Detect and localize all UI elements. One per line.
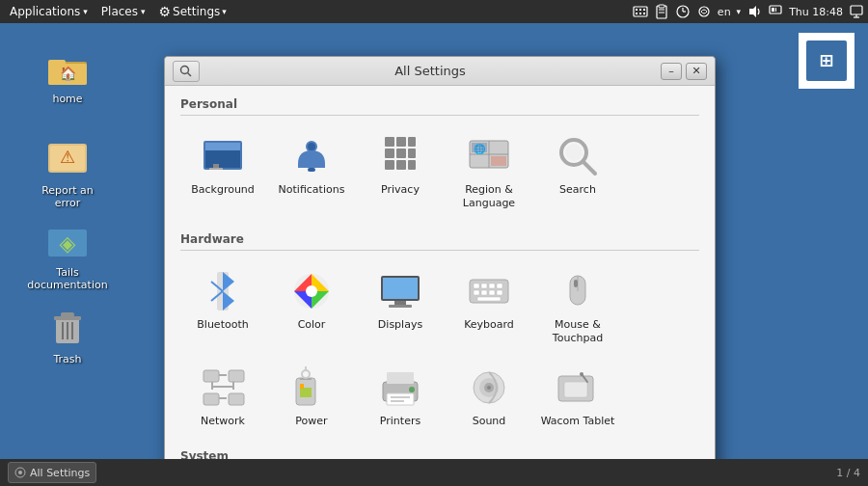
- svg-rect-44: [213, 164, 219, 168]
- settings-menu[interactable]: ⚙ Settings ▾: [153, 2, 232, 21]
- svg-rect-86: [481, 290, 487, 295]
- settings-item-search[interactable]: Search: [535, 125, 620, 219]
- svg-rect-6: [643, 13, 645, 14]
- svg-rect-82: [481, 284, 487, 288]
- svg-rect-2: [639, 9, 641, 11]
- desktop: ⊞ 🏠 home ⚠ Report an error: [0, 23, 868, 459]
- settings-item-power[interactable]: Power: [269, 357, 354, 436]
- settings-content: Personal Background: [165, 86, 715, 486]
- bottom-taskbar: All Settings 1 / 4: [0, 459, 868, 486]
- language-indicator[interactable]: en: [718, 6, 731, 18]
- svg-point-117: [487, 386, 491, 390]
- svg-rect-19: [851, 6, 862, 14]
- svg-rect-64: [491, 156, 506, 166]
- clipboard-icon[interactable]: [654, 4, 669, 19]
- svg-point-106: [302, 370, 310, 378]
- desktop-icon-home[interactable]: 🏠 home: [29, 42, 106, 105]
- power-icon[interactable]: [768, 4, 783, 19]
- settings-item-displays[interactable]: Displays: [358, 260, 443, 354]
- close-button[interactable]: ✕: [686, 63, 707, 80]
- settings-window: All Settings – ✕ Personal: [164, 56, 716, 486]
- keyboard-icon[interactable]: [633, 4, 648, 19]
- network-label: Network: [201, 415, 245, 428]
- network-settings-icon: [200, 364, 246, 411]
- settings-item-mouse-touchpad[interactable]: Mouse & Touchpad: [535, 260, 620, 354]
- window-titlebar: All Settings – ✕: [165, 57, 715, 86]
- minimize-button[interactable]: –: [661, 63, 682, 80]
- svg-rect-81: [474, 284, 479, 288]
- svg-rect-119: [564, 382, 587, 397]
- monitor-icon[interactable]: [849, 4, 864, 19]
- settings-chevron: ▾: [222, 7, 227, 16]
- mouse-touchpad-label: Mouse & Touchpad: [553, 318, 603, 346]
- settings-item-privacy[interactable]: Privacy: [358, 125, 443, 219]
- settings-item-sound[interactable]: Sound: [447, 357, 531, 436]
- network-icon[interactable]: [696, 4, 712, 19]
- svg-rect-109: [387, 372, 414, 384]
- settings-item-keyboard[interactable]: Keyboard: [447, 260, 531, 354]
- report-error-label: Report an error: [29, 184, 106, 209]
- svg-rect-78: [389, 305, 412, 308]
- search-label: Search: [559, 183, 596, 197]
- desktop-icon-tails-docs[interactable]: ◈ Tails documentation: [29, 216, 106, 291]
- svg-rect-96: [229, 393, 244, 405]
- desktop-icon-report-error[interactable]: ⚠ Report an error: [29, 134, 106, 209]
- search-button[interactable]: [173, 61, 200, 82]
- svg-rect-54: [408, 148, 416, 158]
- settings-item-notifications[interactable]: Notifications: [269, 125, 354, 219]
- svg-rect-56: [396, 160, 406, 170]
- search-icon: [555, 133, 601, 179]
- svg-rect-50: [396, 137, 406, 147]
- svg-rect-4: [636, 13, 637, 14]
- keyboard-label: Keyboard: [464, 318, 514, 332]
- svg-rect-17: [772, 8, 774, 12]
- taskbar-settings-label: All Settings: [30, 467, 90, 479]
- activity-icon[interactable]: [675, 4, 691, 19]
- settings-item-network[interactable]: Network: [180, 357, 265, 436]
- applications-chevron: ▾: [83, 7, 88, 16]
- bluetooth-label: Bluetooth: [197, 318, 248, 332]
- svg-marker-15: [749, 6, 756, 17]
- clock[interactable]: Thu 18:48: [789, 6, 843, 18]
- lang-chevron: ▾: [737, 7, 742, 16]
- svg-text:🏠: 🏠: [60, 66, 77, 82]
- svg-rect-110: [387, 393, 414, 405]
- settings-item-wacom-tablet[interactable]: Wacom Tablet: [535, 357, 620, 436]
- privacy-icon: [377, 133, 423, 179]
- region-language-label: Region & Language: [463, 183, 515, 211]
- wacom-tablet-icon: [555, 364, 601, 411]
- applications-menu[interactable]: Applications ▾: [4, 3, 94, 20]
- home-folder-icon: 🏠: [44, 42, 91, 89]
- settings-item-bluetooth[interactable]: Bluetooth: [180, 260, 265, 354]
- mouse-touchpad-icon: [555, 268, 601, 314]
- settings-hardware-grid: Bluetooth Color: [180, 260, 699, 437]
- settings-item-printers[interactable]: Printers: [358, 357, 443, 436]
- svg-point-121: [580, 372, 583, 376]
- sound-icon[interactable]: [746, 4, 762, 19]
- svg-rect-113: [391, 400, 404, 402]
- svg-rect-94: [229, 370, 244, 382]
- wacom-tablet-label: Wacom Tablet: [541, 415, 615, 428]
- svg-rect-98: [219, 397, 227, 399]
- svg-rect-43: [205, 143, 240, 150]
- top-taskbar: Applications ▾ Places ▾ ⚙ Settings ▾ en: [0, 0, 868, 23]
- home-label: home: [52, 93, 82, 105]
- svg-line-40: [188, 72, 192, 76]
- svg-rect-52: [385, 148, 394, 158]
- power-label: Power: [295, 415, 327, 428]
- power-settings-icon: [288, 364, 335, 411]
- settings-item-color[interactable]: Color: [269, 260, 354, 354]
- svg-point-149: [18, 471, 22, 474]
- svg-point-111: [409, 387, 415, 392]
- svg-rect-53: [396, 148, 406, 158]
- settings-item-background[interactable]: Background: [180, 125, 265, 219]
- svg-rect-103: [300, 388, 312, 397]
- taskbar-settings-window-item[interactable]: All Settings: [8, 462, 96, 483]
- places-menu[interactable]: Places ▾: [95, 3, 151, 20]
- svg-rect-76: [383, 278, 418, 299]
- desktop-icon-trash[interactable]: Trash: [29, 303, 106, 365]
- page-indicator: 1 / 4: [836, 467, 860, 479]
- settings-item-region-language[interactable]: 🌐 Region & Language: [447, 125, 531, 219]
- svg-rect-49: [385, 137, 394, 147]
- svg-line-67: [583, 162, 595, 174]
